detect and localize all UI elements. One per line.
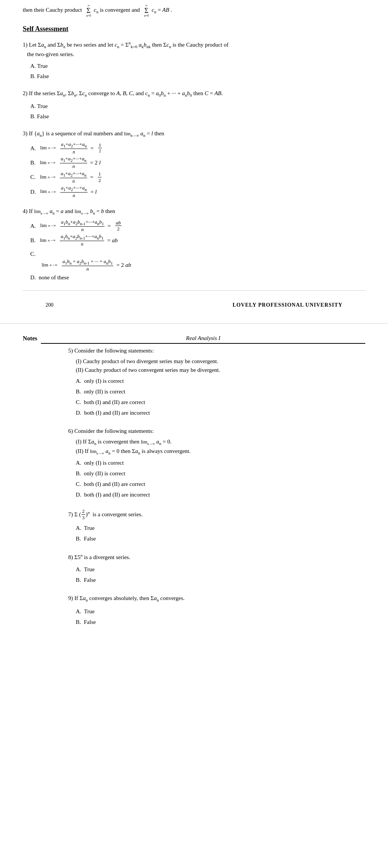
q4-option-d: D. none of these [30, 273, 365, 282]
notes-question-9: 9) If Σan converges absolutely, then Σan… [68, 594, 365, 627]
notes-q5-opt-c: C. both (I) and (II) are correct [76, 398, 365, 407]
question-3: 3) If {an} is a sequence of real numbers… [23, 129, 365, 199]
notes-q5-text: 5) Consider the following statements: [68, 346, 365, 355]
notes-q7-opt-a: A. True [76, 523, 365, 533]
university-name: LOVELY PROFESSIONAL UNIVERSITY [233, 302, 343, 308]
question-4: 4) If limn→∞ an = a and limn→∞ bn = b th… [23, 207, 365, 282]
question-2: 2) If the series Σan, Σbn, Σcn converge … [23, 89, 365, 121]
notes-q8-opt-b: B. False [76, 575, 365, 584]
page-number: 200 [45, 302, 53, 308]
notes-q6-opt-a: A. only (I) is correct [76, 458, 365, 467]
notes-q7-opt-b: B. False [76, 534, 365, 543]
notes-question-8: 8) Σ5n is a divergent series. A. True B.… [68, 552, 365, 584]
notes-content: 5) Consider the following statements: (I… [23, 346, 365, 627]
notes-q6-opt-c: C. both (I) and (II) are correct [76, 479, 365, 489]
q2-option-b: B. False [30, 112, 365, 121]
notes-q8-text: 8) Σ5n is a divergent series. [68, 552, 365, 562]
notes-section: Notes Real Analysis I 5) Consider the fo… [0, 324, 388, 647]
notes-q9-opt-b: B. False [76, 617, 365, 627]
notes-q6-text: 6) Consider the following statements: [68, 426, 365, 436]
q2-option-a: A. True [30, 102, 365, 111]
notes-question-6: 6) Consider the following statements: (I… [68, 426, 365, 499]
notes-q5-stmt1: (I) Cauchy product of two divergent seri… [76, 358, 365, 365]
q4-option-b: B. limn→∞ a1bn+a2bn-1+···+anb1 n = ab [30, 233, 365, 247]
notes-q6-stmt1: (I) If Σan is convergent then limn→∞ an … [76, 439, 365, 446]
question-3-text: 3) If {an} is a sequence of real numbers… [23, 129, 365, 139]
q3-option-a: A. limn→∞ a1+a2+···+an n = 1 l [30, 141, 365, 155]
notes-q7-text: 7) Σ ( 2 3 ) n is a convergent series. [68, 508, 365, 520]
question-1-text: 1) Let Σan and Σbn be two series and let… [23, 40, 365, 58]
q3-option-c: C. limn→∞ a1+a2+···+an n = 1 2 [30, 171, 365, 184]
page-footer: 200 LOVELY PROFESSIONAL UNIVERSITY [23, 290, 365, 316]
q1-option-a: A. True [30, 61, 365, 71]
question-2-text: 2) If the series Σan, Σbn, Σcn converge … [23, 89, 365, 99]
q4-option-a: A. limn→∞ a1bn+a2bn-1+···+anb1 n = ab 2 [30, 219, 365, 232]
question-4-text: 4) If limn→∞ an = a and limn→∞ bn = b th… [23, 207, 365, 216]
notes-q5-opt-b: B. only (II) is correct [76, 387, 365, 396]
notes-question-7: 7) Σ ( 2 3 ) n is a convergent series. A… [68, 508, 365, 543]
section-title: Self Assessment [23, 25, 365, 33]
q3-option-d: D. limn→∞ a1+a2+···+an n = l [30, 185, 365, 198]
notes-q6-opt-b: B. only (II) is correct [76, 469, 365, 478]
notes-q6-opt-d: D. both (I) and (II) are incorrect [76, 490, 365, 499]
notes-q9-opt-a: A. True [76, 607, 365, 616]
notes-q8-opt-a: A. True [76, 565, 365, 574]
question-1: 1) Let Σan and Σbn be two series and let… [23, 40, 365, 81]
q1-option-b: B. False [30, 72, 365, 81]
q3-option-b: B. limn→∞ a1+a2+···+an n = 2l [30, 156, 365, 169]
notes-q5-stmt2: (II) Cauchy product of two convergent se… [76, 367, 365, 373]
notes-q9-text: 9) If Σan converges absolutely, then Σan… [68, 594, 365, 604]
notes-header-title: Real Analysis I [186, 335, 221, 342]
notes-label: Notes [23, 335, 37, 342]
notes-q5-opt-d: D. both (I) and (II) are incorrect [76, 408, 365, 417]
q4-option-c: C. limn→∞ a1bn + a2bn-1 + ··· + anb1 n =… [30, 249, 365, 272]
notes-question-5: 5) Consider the following statements: (I… [68, 346, 365, 417]
notes-q6-stmt2: (II) If limn→∞ an = 0 then Σan is always… [76, 448, 365, 455]
cauchy-intro-line: then their Cauchy product ∞ Σ n=0 cn is … [23, 4, 365, 17]
notes-q5-opt-a: A. only (I) is correct [76, 376, 365, 385]
